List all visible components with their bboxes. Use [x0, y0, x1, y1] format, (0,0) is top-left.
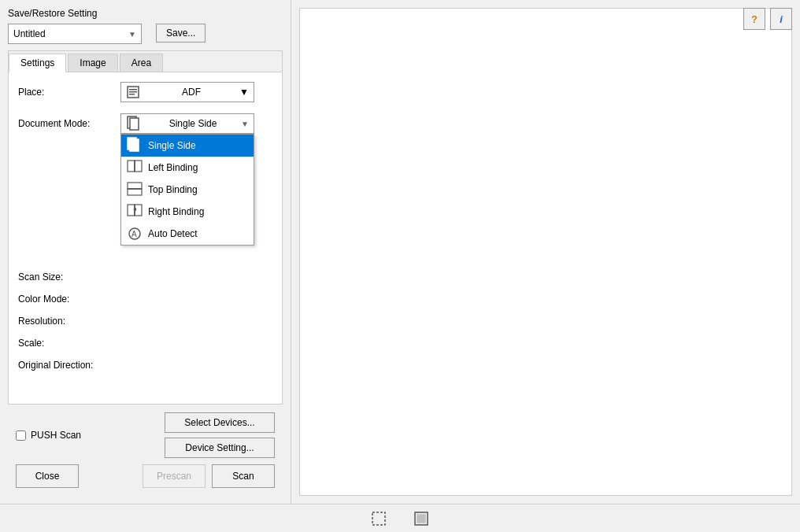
- svg-rect-9: [135, 161, 142, 172]
- tab-bar: Settings Image Area: [9, 51, 282, 72]
- svg-rect-8: [128, 161, 135, 172]
- scan-button[interactable]: Scan: [212, 464, 275, 488]
- place-icon: [126, 85, 140, 99]
- place-value: ADF: [182, 87, 201, 98]
- bottom-row-wrapper: PUSH Scan Select Devices... Device Setti…: [16, 412, 275, 458]
- orig-dir-row: Original Direction:: [18, 360, 272, 371]
- svg-rect-2: [129, 91, 137, 93]
- info-icon-button[interactable]: i: [770, 8, 792, 30]
- help-icon: ?: [751, 13, 757, 25]
- preview-area: [299, 8, 792, 496]
- doc-mode-option-auto-detect[interactable]: A Auto Detect: [121, 223, 254, 245]
- svg-rect-1: [129, 89, 137, 91]
- action-btns-right: Prescan Scan: [143, 464, 275, 488]
- place-dropdown[interactable]: ADF ▼: [120, 82, 254, 102]
- tab-image[interactable]: Image: [68, 54, 117, 72]
- svg-rect-20: [372, 512, 385, 525]
- doc-mode-value: Single Side: [169, 118, 217, 129]
- tabs-container: Settings Image Area Place:: [8, 50, 283, 405]
- help-icon-button[interactable]: ?: [743, 8, 765, 30]
- place-row: Place: ADF: [18, 82, 272, 102]
- scale-row: Scale:: [18, 338, 272, 349]
- resolution-label: Resolution:: [18, 316, 120, 327]
- place-control: ADF ▼: [120, 82, 272, 102]
- scan-size-label: Scan Size:: [18, 272, 120, 283]
- preset-dropdown[interactable]: Untitled ▼: [8, 24, 142, 44]
- doc-mode-dropdown-list: Single Side Left Binding: [120, 134, 254, 246]
- select-devices-button[interactable]: Select Devices...: [165, 412, 275, 433]
- doc-mode-option-single-side[interactable]: Single Side: [121, 135, 254, 157]
- svg-rect-5: [130, 118, 139, 130]
- left-bottom: PUSH Scan: [16, 430, 81, 441]
- svg-text:A: A: [131, 230, 137, 238]
- push-scan-text: PUSH Scan: [31, 430, 81, 441]
- preset-dropdown-wrapper[interactable]: Untitled ▼: [8, 24, 150, 42]
- svg-rect-12: [128, 189, 142, 195]
- svg-rect-14: [128, 205, 135, 216]
- doc-mode-label: Document Mode:: [18, 118, 120, 129]
- place-dropdown-arrow: ▼: [239, 87, 249, 98]
- svg-rect-7: [130, 139, 139, 151]
- doc-mode-arrow: ▼: [241, 120, 249, 128]
- place-label: Place:: [18, 87, 120, 98]
- prescan-button[interactable]: Prescan: [143, 464, 206, 488]
- close-button[interactable]: Close: [16, 464, 79, 488]
- preset-value: Untitled: [13, 28, 46, 39]
- color-mode-row: Color Mode:: [18, 294, 272, 305]
- push-scan-label[interactable]: PUSH Scan: [16, 430, 81, 441]
- push-scan-checkbox[interactable]: [16, 430, 26, 441]
- crop-tool-icon[interactable]: [412, 509, 431, 528]
- bottom-section: PUSH Scan Select Devices... Device Setti…: [8, 405, 283, 496]
- preset-dropdown-arrow: ▼: [128, 30, 136, 39]
- svg-rect-11: [128, 183, 142, 189]
- doc-mode-icon: [126, 116, 142, 131]
- doc-mode-control: Single Side ▼ Single Side: [120, 113, 272, 134]
- scale-label: Scale:: [18, 338, 120, 349]
- scan-size-row: Scan Size:: [18, 272, 272, 283]
- device-setting-button[interactable]: Device Setting...: [165, 438, 275, 458]
- tab-settings[interactable]: Settings: [9, 54, 66, 72]
- info-icon: i: [780, 13, 783, 25]
- doc-mode-option-right-binding[interactable]: Right Binding: [121, 201, 254, 223]
- svg-rect-3: [129, 94, 135, 95]
- doc-mode-option-top-binding[interactable]: Top Binding: [121, 179, 254, 201]
- top-right-icons: ? i: [743, 8, 792, 30]
- svg-rect-22: [417, 515, 425, 523]
- left-panel: Save/Restore Setting Untitled ▼ Save... …: [0, 0, 291, 504]
- orig-dir-label: Original Direction:: [18, 360, 120, 371]
- doc-mode-dropdown[interactable]: Single Side ▼: [120, 113, 254, 134]
- save-restore-section: Save/Restore Setting Untitled ▼ Save...: [8, 8, 283, 42]
- doc-mode-row: Document Mode: Single Side ▼: [18, 113, 272, 134]
- doc-mode-option-left-binding[interactable]: Left Binding: [121, 157, 254, 179]
- bottom-toolbar: [0, 504, 800, 532]
- selection-tool-icon[interactable]: [369, 509, 388, 528]
- bottom-action-row: Close Prescan Scan: [16, 464, 275, 488]
- right-bottom: Select Devices... Device Setting...: [165, 412, 275, 458]
- right-panel: ? i: [291, 0, 800, 504]
- save-restore-title: Save/Restore Setting: [8, 8, 283, 19]
- color-mode-label: Color Mode:: [18, 294, 120, 305]
- tab-content-settings: Place: ADF: [9, 72, 282, 404]
- tab-area[interactable]: Area: [120, 54, 163, 72]
- resolution-row: Resolution:: [18, 316, 272, 327]
- save-button[interactable]: Save...: [156, 24, 206, 42]
